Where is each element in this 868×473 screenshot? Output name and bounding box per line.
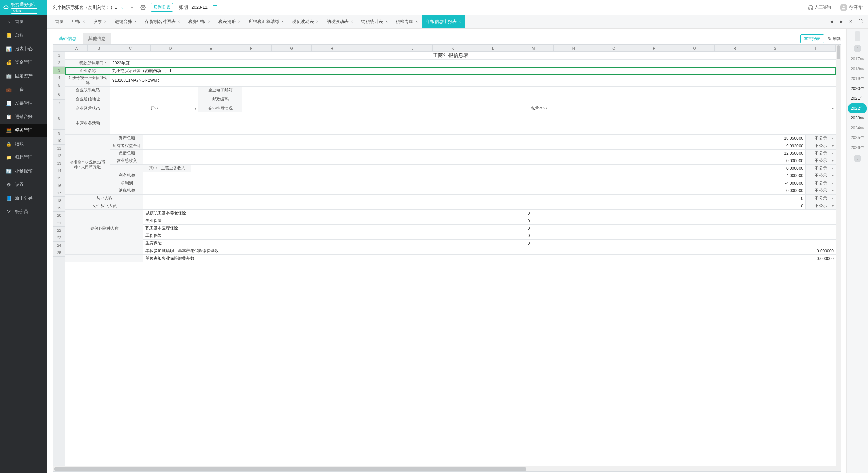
year-2023年[interactable]: 2023年 xyxy=(848,113,867,123)
user-menu[interactable]: 徐泽华 xyxy=(840,4,863,11)
fullscreen-icon[interactable]: ⛶ xyxy=(856,17,865,26)
nav-icon: ⚙ xyxy=(6,182,12,187)
topbar: 刘小艳演示账套（勿删勿动！）1 ⌄ ＋ 切到旧版 账期 2023-11 人工咨询… xyxy=(47,0,868,15)
sidebar-item-1[interactable]: 📒总账 xyxy=(0,29,47,42)
close-icon[interactable]: × xyxy=(178,19,180,24)
year-2017年[interactable]: 2017年 xyxy=(848,54,867,64)
subtab-other-info[interactable]: 其他信息 xyxy=(83,33,111,44)
tab-close-all-icon[interactable]: ✕ xyxy=(846,17,855,26)
close-icon[interactable]: × xyxy=(281,19,284,24)
period-label: 账期 xyxy=(179,4,188,11)
nav-icon: 💼 xyxy=(6,87,12,92)
year-2021年[interactable]: 2021年 xyxy=(848,94,867,103)
vertical-scrollbar[interactable] xyxy=(836,45,841,466)
tab-1[interactable]: 申报× xyxy=(68,15,89,28)
year-2019年[interactable]: 2019年 xyxy=(848,74,867,84)
close-icon[interactable]: × xyxy=(208,19,210,24)
avatar-icon xyxy=(840,4,847,11)
add-icon[interactable]: ＋ xyxy=(127,3,136,12)
nav-icon: 🧮 xyxy=(6,128,12,133)
switch-old-button[interactable]: 切到旧版 xyxy=(151,3,173,12)
year-2025年[interactable]: 2025年 xyxy=(848,133,867,143)
sidebar-item-13[interactable]: 📘新手引导 xyxy=(0,191,47,205)
close-icon[interactable]: × xyxy=(83,19,85,24)
column-headers: A B CDEFGHIJKLMNOPQRST xyxy=(53,45,836,52)
sidebar: 畅捷通好会计 专业版 ⌂首页📒总账📊报表中心💰资金管理🏢固定资产💼工资🧾发票管理… xyxy=(0,0,47,473)
nav-icon: 📋 xyxy=(6,114,12,119)
sidebar-item-14[interactable]: V畅会员 xyxy=(0,205,47,219)
tab-5[interactable]: 税务申报× xyxy=(184,15,214,28)
tab-4[interactable]: 存货别名对照表× xyxy=(141,15,184,28)
brand-edition: 专业版 xyxy=(11,8,37,14)
nav-icon: 💰 xyxy=(6,60,12,65)
nav-icon: 🔒 xyxy=(6,141,12,147)
close-icon[interactable]: × xyxy=(385,19,388,24)
svg-rect-1 xyxy=(213,5,217,10)
sidebar-item-3[interactable]: 💰资金管理 xyxy=(0,56,47,69)
grid-body[interactable]: 工商年报信息表税款所属期间：2022年度企业名称刘小艳演示账套（勿删勿动！）1注… xyxy=(65,52,836,466)
refresh-button[interactable]: ↻ 刷新 xyxy=(828,36,841,42)
sidebar-item-8[interactable]: 🧮税务管理 xyxy=(0,124,47,137)
tab-12[interactable]: 年报信息申报表× xyxy=(422,15,465,28)
tab-strip: 首页申报×发票×进销台账×存货别名对照表×税务申报×税表清册×所得税汇算清缴×税… xyxy=(47,15,868,29)
collapse-panel-icon[interactable]: ‹ xyxy=(855,31,860,41)
cloud-icon xyxy=(3,5,9,10)
close-icon[interactable]: × xyxy=(459,19,461,24)
nav-icon: V xyxy=(6,209,12,214)
sheet-title: 工商年报信息表 xyxy=(65,52,836,59)
nav-icon: 🔄 xyxy=(6,168,12,174)
nav-icon: ⌂ xyxy=(6,19,12,24)
tab-10[interactable]: 纳税统计表× xyxy=(357,15,392,28)
main: 刘小艳演示账套（勿删勿动！）1 ⌄ ＋ 切到旧版 账期 2023-11 人工咨询… xyxy=(47,0,868,473)
close-icon[interactable]: × xyxy=(104,19,106,24)
company-name-cell[interactable]: 刘小艳演示账套（勿删勿动！）1 xyxy=(110,67,836,74)
gear-icon[interactable] xyxy=(139,3,147,12)
horizontal-scrollbar[interactable] xyxy=(53,466,841,471)
sidebar-item-0[interactable]: ⌂首页 xyxy=(0,15,47,29)
tab-7[interactable]: 所得税汇算清缴× xyxy=(244,15,288,28)
tab-3[interactable]: 进销台账× xyxy=(111,15,141,28)
year-2020年[interactable]: 2020年 xyxy=(848,84,867,94)
tab-6[interactable]: 税表清册× xyxy=(214,15,244,28)
sidebar-item-11[interactable]: 🔄小畅报销 xyxy=(0,164,47,178)
nav-icon: 📒 xyxy=(6,33,12,38)
sidebar-item-6[interactable]: 🧾发票管理 xyxy=(0,96,47,110)
tab-prev-icon[interactable]: ◀ xyxy=(827,17,836,26)
tab-11[interactable]: 税检专家× xyxy=(392,15,422,28)
close-icon[interactable]: × xyxy=(351,19,353,24)
support-link[interactable]: 人工咨询 xyxy=(808,4,831,10)
nav-icon: 📊 xyxy=(6,46,12,52)
account-selector[interactable]: 刘小艳演示账套（勿删勿动！）1 xyxy=(53,4,117,11)
sidebar-item-5[interactable]: 💼工资 xyxy=(0,83,47,96)
close-icon[interactable]: × xyxy=(316,19,318,24)
reset-report-button[interactable]: 重置报表 xyxy=(800,34,824,43)
year-2022年[interactable]: 2022年 xyxy=(848,103,867,113)
year-2026年[interactable]: 2026年 xyxy=(848,143,867,153)
chevron-down-icon[interactable]: ⌄ xyxy=(120,5,124,10)
sidebar-item-12[interactable]: ⚙设置 xyxy=(0,178,47,191)
close-icon[interactable]: × xyxy=(134,19,137,24)
sidebar-item-7[interactable]: 📋进销台账 xyxy=(0,110,47,124)
nav-icon: 📁 xyxy=(6,155,12,160)
period-value[interactable]: 2023-11 xyxy=(191,5,208,10)
year-down-icon[interactable]: ⌄ xyxy=(854,155,861,162)
close-icon[interactable]: × xyxy=(238,19,240,24)
year-2018年[interactable]: 2018年 xyxy=(848,64,867,74)
tab-2[interactable]: 发票× xyxy=(89,15,111,28)
year-up-icon[interactable]: ⌃ xyxy=(854,45,861,52)
svg-point-0 xyxy=(142,7,144,8)
sidebar-item-9[interactable]: 🔒结账 xyxy=(0,137,47,151)
subtab-basic-info[interactable]: 基础信息 xyxy=(53,33,82,45)
tab-0[interactable]: 首页 xyxy=(51,15,68,28)
year-panel: ‹ ⌃ 2017年2018年2019年2020年2021年2022年2023年2… xyxy=(846,29,868,473)
tab-9[interactable]: 纳税波动表× xyxy=(322,15,357,28)
spreadsheet: A B CDEFGHIJKLMNOPQRST 12345678910111213… xyxy=(53,44,841,472)
sidebar-item-4[interactable]: 🏢固定资产 xyxy=(0,69,47,83)
tab-next-icon[interactable]: ▶ xyxy=(837,17,846,26)
calendar-icon[interactable] xyxy=(211,3,219,12)
year-2024年[interactable]: 2024年 xyxy=(848,123,867,133)
sidebar-item-10[interactable]: 📁归档管理 xyxy=(0,151,47,164)
close-icon[interactable]: × xyxy=(415,19,418,24)
tab-8[interactable]: 税负波动表× xyxy=(288,15,322,28)
sidebar-item-2[interactable]: 📊报表中心 xyxy=(0,42,47,56)
